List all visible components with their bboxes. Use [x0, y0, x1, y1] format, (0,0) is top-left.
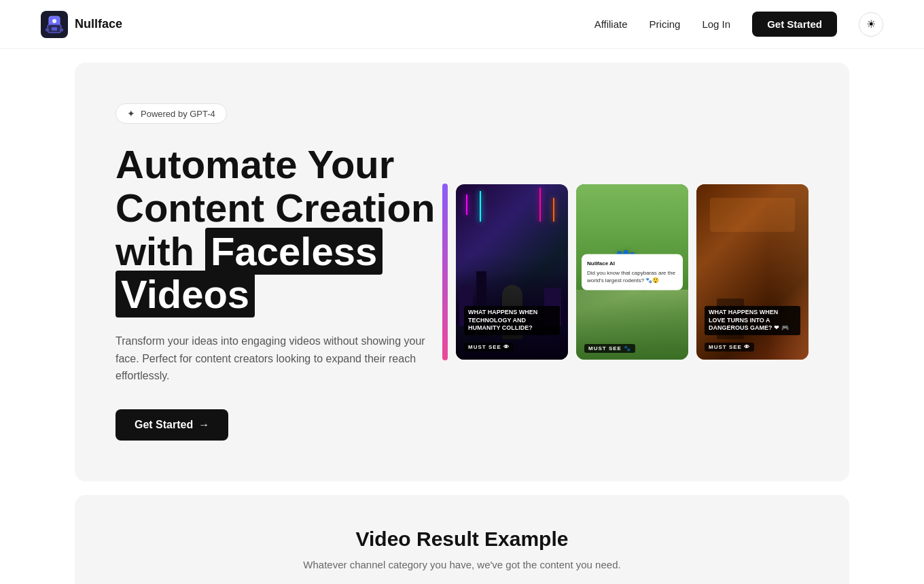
gpt-badge-text: Powered by GPT-4: [141, 109, 215, 119]
hero-title-line3-pre: with: [116, 229, 205, 273]
hero-cta-button[interactable]: Get Started →: [116, 409, 228, 441]
video-card-cyberpunk-mustsee: MUST SEE 👁: [464, 343, 514, 351]
get-started-nav-button[interactable]: Get Started: [752, 12, 837, 37]
video-card-room-overlay: WHAT HAPPENS WHEN LOVE TURNS INTO A DANG…: [696, 298, 808, 360]
nav-links: Affiliate Pricing Log In Get Started ☀: [594, 12, 883, 37]
hero-title-line1: Automate Your: [116, 142, 394, 186]
hero-cta-label: Get Started: [135, 419, 193, 431]
video-results-subtitle: Whatever channel category you have, we'v…: [116, 559, 808, 570]
hero-title-line2: Content Creation: [116, 186, 435, 230]
video-card-room-title: WHAT HAPPENS WHEN LOVE TURNS INTO A DANG…: [705, 306, 800, 335]
video-card-cyberpunk: WHAT HAPPENS WHEN TECHNOLOGY AND HUMANIT…: [456, 184, 568, 360]
video-card-room: WHAT HAPPENS WHEN LOVE TURNS INTO A DANG…: [696, 184, 808, 360]
gpt-badge-icon: ✦: [127, 108, 135, 119]
video-card-cyberpunk-title: WHAT HAPPENS WHEN TECHNOLOGY AND HUMANIT…: [464, 306, 560, 335]
logo-text: Nullface: [75, 17, 122, 31]
tweet-handle: Nullface AI: [587, 260, 677, 267]
logo-icon: [41, 11, 68, 38]
theme-toggle-button[interactable]: ☀: [859, 12, 883, 37]
logo-link[interactable]: Nullface: [41, 11, 122, 38]
video-card-nature: 🐾 Nullface AI Did you know that capybara…: [576, 184, 688, 360]
video-card-cyberpunk-overlay: WHAT HAPPENS WHEN TECHNOLOGY AND HUMANIT…: [456, 298, 568, 360]
video-card-room-mustsee: MUST SEE 👁: [705, 343, 754, 351]
video-results-section: Video Result Example Whatever channel ca…: [75, 495, 849, 584]
tweet-text: Did you know that capybaras are the worl…: [587, 269, 677, 284]
hero-left: ✦ Powered by GPT-4 Automate Your Content…: [116, 103, 435, 441]
hero-title-line4: Videos: [116, 271, 255, 317]
arrow-icon: →: [198, 419, 209, 431]
sun-icon: ☀: [866, 18, 876, 31]
hero-right: WHAT HAPPENS WHEN TECHNOLOGY AND HUMANIT…: [442, 184, 808, 360]
hero-section: ✦ Powered by GPT-4 Automate Your Content…: [75, 63, 849, 481]
hero-title: Automate Your Content Creation with Face…: [116, 143, 435, 316]
gpt-badge: ✦ Powered by GPT-4: [116, 103, 227, 124]
svg-rect-6: [60, 29, 63, 31]
video-results-title: Video Result Example: [116, 528, 808, 551]
navbar: Nullface Affiliate Pricing Log In Get St…: [0, 0, 924, 49]
nav-affiliate[interactable]: Affiliate: [594, 18, 628, 30]
svg-rect-5: [46, 29, 49, 31]
nav-pricing[interactable]: Pricing: [650, 18, 681, 30]
video-strip-accent: [442, 184, 448, 360]
hero-title-highlight: Faceless: [205, 228, 383, 275]
svg-point-3: [52, 19, 56, 23]
hero-description: Transform your ideas into engaging video…: [116, 332, 428, 385]
video-cards-container: WHAT HAPPENS WHEN TECHNOLOGY AND HUMANIT…: [456, 184, 808, 360]
svg-rect-4: [52, 27, 57, 31]
video-card-nature-mustsee: MUST SEE 🐾: [584, 344, 635, 353]
tweet-overlay: Nullface AI Did you know that capybaras …: [582, 254, 683, 290]
video-card-nature-overlay: MUST SEE 🐾: [584, 341, 635, 353]
login-button[interactable]: Log In: [702, 18, 730, 30]
